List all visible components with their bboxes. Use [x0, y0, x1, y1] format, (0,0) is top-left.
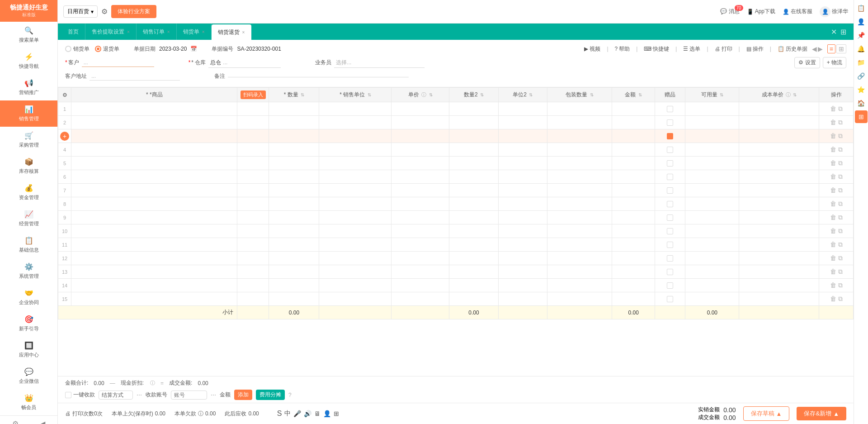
rp-btn-5[interactable]: 📁	[855, 56, 868, 69]
unit-cell[interactable]	[319, 102, 392, 116]
th-gear[interactable]: ⚙	[58, 88, 71, 102]
unit-cell[interactable]	[319, 224, 392, 238]
settings-bottom-icon[interactable]: ⚙	[12, 419, 19, 424]
rp-btn-4[interactable]: 🔔	[855, 43, 868, 55]
online-service-button[interactable]: 👤 在线客服	[783, 8, 812, 15]
qty-cell[interactable]	[269, 238, 319, 252]
unit2-cell[interactable]	[498, 157, 547, 170]
available-cell[interactable]	[685, 238, 739, 252]
gift-cell[interactable]	[655, 238, 685, 252]
gift-cell[interactable]	[655, 279, 685, 292]
copy-row-icon[interactable]: ⧉	[838, 119, 843, 126]
amount-cell[interactable]	[612, 184, 655, 197]
qty-cell[interactable]	[269, 129, 319, 143]
next-doc-btn[interactable]: ▶	[818, 45, 823, 52]
sidebar-item-system[interactable]: ⚙️ 系统管理	[0, 258, 57, 284]
gift-checkbox[interactable]	[667, 106, 673, 112]
gift-checkbox-active[interactable]	[667, 133, 673, 139]
gift-checkbox[interactable]	[667, 160, 673, 167]
delete-row-icon[interactable]: 🗑	[830, 281, 836, 289]
rp-btn-3[interactable]: 📌	[855, 29, 868, 42]
save-new-button[interactable]: 保存&新增 ▲	[797, 407, 846, 420]
delete-row-icon[interactable]: 🗑	[830, 105, 836, 113]
copy-row-icon[interactable]: ⧉	[838, 132, 843, 140]
salesperson-input[interactable]: 选择...	[334, 58, 425, 68]
price-cell[interactable]	[392, 252, 449, 265]
pkg-cell[interactable]	[547, 224, 612, 238]
product-cell[interactable]	[71, 252, 237, 265]
qty2-cell[interactable]	[449, 197, 498, 211]
qty-cell[interactable]	[269, 184, 319, 197]
price-cell[interactable]	[392, 211, 449, 224]
delete-row-icon[interactable]: 🗑	[830, 254, 836, 262]
product-cell[interactable]	[71, 102, 237, 116]
qty-sort-icon[interactable]: ⇅	[301, 92, 304, 97]
cost-price-cell[interactable]	[739, 129, 819, 143]
pkg-sort-icon[interactable]: ⇅	[590, 92, 594, 97]
available-cell[interactable]	[685, 211, 739, 224]
one-click-checkbox[interactable]	[65, 392, 71, 398]
qty-cell[interactable]	[269, 143, 319, 157]
amount-cell[interactable]	[612, 102, 655, 116]
rp-btn-6[interactable]: 🔗	[855, 70, 868, 82]
address-input[interactable]: ...	[90, 72, 180, 81]
cost-price-cell[interactable]	[739, 292, 819, 306]
cost-price-cell[interactable]	[739, 157, 819, 170]
amount-cell[interactable]	[612, 143, 655, 157]
delete-row-icon[interactable]: 🗑	[830, 295, 836, 303]
price-cell[interactable]	[392, 184, 449, 197]
unit2-cell[interactable]	[498, 238, 547, 252]
product-cell-active[interactable]	[71, 129, 237, 143]
amount-cell[interactable]	[612, 211, 655, 224]
copy-row-icon[interactable]: ⧉	[838, 227, 843, 235]
unit-cell[interactable]	[319, 197, 392, 211]
unit2-cell[interactable]	[498, 102, 547, 116]
qty2-cell[interactable]	[449, 238, 498, 252]
amount-cell[interactable]	[612, 129, 655, 143]
price-cell[interactable]	[392, 224, 449, 238]
price-cell[interactable]	[392, 279, 449, 292]
rp-btn-7[interactable]: ⭐	[855, 83, 868, 96]
available-cell[interactable]	[685, 197, 739, 211]
copy-row-icon[interactable]: ⧉	[838, 241, 843, 248]
cost-price-cell[interactable]	[739, 279, 819, 292]
unit2-cell[interactable]	[498, 129, 547, 143]
qty2-cell[interactable]	[449, 224, 498, 238]
available-cell[interactable]	[685, 129, 739, 143]
cost-price-cell[interactable]	[739, 184, 819, 197]
qty2-cell[interactable]	[449, 265, 498, 279]
unit-cell[interactable]	[319, 252, 392, 265]
calc-method-select[interactable]: 结算方式	[99, 391, 133, 400]
calendar-icon[interactable]: 📅	[190, 46, 197, 52]
cost-price-cell[interactable]	[739, 224, 819, 238]
print-btn[interactable]: 🖨 打印	[715, 45, 732, 53]
sidebar-item-search[interactable]: 🔍 搜索菜单	[0, 22, 57, 48]
qty2-cell[interactable]	[449, 211, 498, 224]
gift-cell[interactable]	[655, 170, 685, 184]
delete-row-icon[interactable]: 🗑	[830, 119, 836, 126]
sidebar-item-wechat[interactable]: 💬 企业微信	[0, 363, 57, 389]
delete-row-icon[interactable]: 🗑	[830, 186, 836, 194]
unit-cell[interactable]	[319, 129, 392, 143]
qty2-cell[interactable]	[449, 170, 498, 184]
available-cell[interactable]	[685, 265, 739, 279]
price-cell[interactable]	[392, 292, 449, 306]
delete-row-icon[interactable]: 🗑	[830, 241, 836, 248]
qty-cell[interactable]	[269, 170, 319, 184]
available-cell[interactable]	[685, 102, 739, 116]
price-cell[interactable]	[392, 238, 449, 252]
available-cell[interactable]	[685, 170, 739, 184]
copy-row-icon[interactable]: ⧉	[838, 105, 843, 113]
cost-price-cell[interactable]	[739, 170, 819, 184]
industry-select[interactable]: 日用百货 ▾	[63, 5, 98, 18]
product-cell[interactable]	[71, 116, 237, 129]
remark-input[interactable]	[228, 75, 409, 77]
product-cell[interactable]	[71, 197, 237, 211]
available-cell[interactable]	[685, 292, 739, 306]
available-cell[interactable]	[685, 157, 739, 170]
tab-sales-slip[interactable]: 销货单 ×	[177, 24, 212, 40]
pkg-cell[interactable]	[547, 184, 612, 197]
price-cell[interactable]	[392, 143, 449, 157]
sidebar-item-member[interactable]: 👑 畅会员	[0, 389, 57, 415]
unit2-cell[interactable]	[498, 224, 547, 238]
